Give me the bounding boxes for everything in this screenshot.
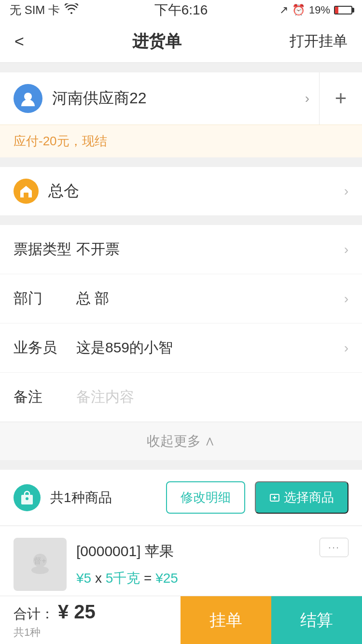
warehouse-icon xyxy=(14,179,39,204)
nav-bar: < 进货单 打开挂单 xyxy=(0,20,362,63)
invoice-type-arrow-icon: › xyxy=(344,242,348,257)
remark-row[interactable]: 备注 备注内容 xyxy=(0,373,362,421)
svg-point-0 xyxy=(24,93,32,100)
department-label: 部门 xyxy=(14,289,76,308)
status-bar: 无 SIM 卡 下午6:16 ↗ ⏰ 19% xyxy=(0,0,362,20)
svg-text:督+: 督+ xyxy=(34,557,46,565)
back-button[interactable]: < xyxy=(14,32,24,51)
product-header: 共1种商品 修改明细 选择商品 xyxy=(0,470,362,525)
select-product-button[interactable]: 选择商品 xyxy=(255,481,348,514)
total-row: 合计： ¥ 25 xyxy=(14,601,167,623)
settle-button[interactable]: 结算 xyxy=(271,596,362,644)
salesperson-value: 这是859的小智 xyxy=(76,338,344,358)
product-more-button[interactable]: ··· xyxy=(320,538,348,557)
battery-percent: 19% xyxy=(309,4,330,16)
status-bar-time: 下午6:16 xyxy=(154,1,208,19)
status-bar-right: ↗ ⏰ 19% xyxy=(279,4,352,16)
salesperson-arrow-icon: › xyxy=(344,340,348,356)
open-hang-button[interactable]: 打开挂单 xyxy=(290,31,348,51)
svg-point-6 xyxy=(31,566,49,574)
remark-input[interactable]: 备注内容 xyxy=(76,387,348,407)
product-thumbnail: 督+ xyxy=(14,538,67,591)
product-info: [0000001] 苹果 ¥5 x 5千克 = ¥25 xyxy=(76,542,310,588)
hang-button[interactable]: 挂单 xyxy=(181,596,271,644)
total-label: 合计： xyxy=(14,605,54,623)
warehouse-section[interactable]: 总仓 › xyxy=(0,167,362,215)
form-section: 票据类型 不开票 › 部门 总 部 › 业务员 这是859的小智 › 备注 备注… xyxy=(0,225,362,421)
total-amount: ¥ 25 xyxy=(58,601,96,623)
salesperson-row[interactable]: 业务员 这是859的小智 › xyxy=(0,323,362,373)
warehouse-name: 总仓 xyxy=(48,181,344,202)
product-section-icon xyxy=(14,484,41,511)
select-product-label: 选择商品 xyxy=(284,489,334,506)
supplier-add-button[interactable]: + xyxy=(320,72,362,125)
collapse-toggle[interactable]: 收起更多 ∧ xyxy=(0,422,362,460)
product-item: 督+ [0000001] 苹果 ¥5 x 5千克 = ¥25 ··· xyxy=(0,526,362,602)
invoice-type-value: 不开票 xyxy=(76,239,344,259)
invoice-type-row[interactable]: 票据类型 不开票 › xyxy=(0,225,362,274)
carrier-text: 无 SIM 卡 xyxy=(10,2,60,18)
remark-label: 备注 xyxy=(14,387,76,407)
page-title: 进货单 xyxy=(132,30,181,53)
battery-icon xyxy=(334,6,352,14)
product-name: [0000001] 苹果 xyxy=(76,542,310,561)
status-bar-left: 无 SIM 卡 xyxy=(10,2,78,18)
invoice-type-label: 票据类型 xyxy=(14,239,76,259)
wifi-icon xyxy=(65,3,78,17)
supplier-arrow-icon: › xyxy=(305,91,309,106)
total-section: 合计： ¥ 25 共1种 xyxy=(0,596,181,644)
warehouse-arrow-icon: › xyxy=(344,183,348,199)
product-price: ¥5 x 5千克 = ¥25 xyxy=(76,569,310,588)
svg-point-3 xyxy=(26,497,28,500)
location-icon: ↗ xyxy=(279,4,288,16)
department-value: 总 部 xyxy=(76,289,344,308)
salesperson-label: 业务员 xyxy=(14,338,76,358)
svg-rect-1 xyxy=(24,193,28,197)
supplier-avatar xyxy=(14,84,42,113)
product-count-label: 共1种商品 xyxy=(50,489,156,507)
bottom-bar: 合计： ¥ 25 共1种 挂单 结算 xyxy=(0,596,362,644)
alarm-icon: ⏰ xyxy=(292,4,305,16)
edit-detail-button[interactable]: 修改明细 xyxy=(166,481,245,514)
department-row[interactable]: 部门 总 部 › xyxy=(0,274,362,323)
supplier-section: 河南供应商22 › + xyxy=(0,72,362,125)
supplier-name: 河南供应商22 xyxy=(52,88,305,109)
warning-banner: 应付-20元，现结 xyxy=(0,125,362,157)
supplier-main[interactable]: 河南供应商22 › xyxy=(0,72,320,125)
total-sub-label: 共1种 xyxy=(14,625,167,640)
department-arrow-icon: › xyxy=(344,291,348,307)
section-gap-1 xyxy=(0,63,362,72)
